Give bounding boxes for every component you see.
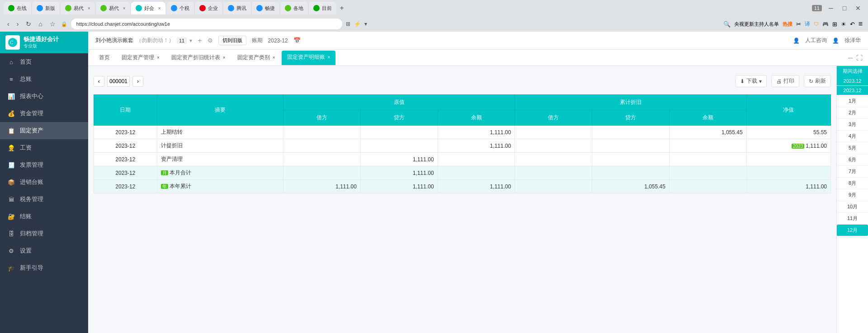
tab-minimize-icon[interactable]: ─ [848,54,853,61]
refresh-icon: ↻ [809,78,813,84]
tab-fixed-mgmt[interactable]: 固定资产管理 × [116,51,165,65]
period-month-6[interactable]: 6月 [837,154,868,166]
browser-tab-new[interactable]: 新版 [32,2,60,14]
sidebar-item-purchase[interactable]: 📦 进销台账 [0,174,88,191]
browser-tab-enterprise[interactable]: 企业 [195,2,222,14]
refresh-button[interactable]: ↻ [24,19,33,28]
address-input[interactable] [71,19,342,29]
period-month-10[interactable]: 10月 [837,201,868,213]
period-label: 账期 [252,37,263,44]
tab-fixed-detail[interactable]: 固定资产明细账 × [282,51,336,65]
tab-close-category[interactable]: × [273,55,275,60]
period-month-4[interactable]: 4月 [837,131,868,142]
period-month-9[interactable]: 9月 [837,189,868,201]
download-dropdown-icon[interactable]: ▾ [759,78,762,84]
tab-close-detail[interactable]: × [328,55,330,60]
tab-close-icon[interactable]: × [123,6,126,11]
tab-home[interactable]: 首页 [94,51,115,65]
sidebar-item-reports[interactable]: 📊 报表中心 [0,88,88,105]
tab-expand-icon[interactable]: ⛶ [856,54,863,61]
home-button[interactable]: ⌂ [37,19,44,28]
forward-button[interactable]: › [15,19,21,28]
sidebar-item-closing[interactable]: 🔐 结账 [0,208,88,225]
page-input[interactable] [107,76,130,87]
row-accum-credit [592,126,670,139]
data-table: 日期 摘要 原值 累计折旧 净值 借方 贷方 余额 借方 贷方 余额 [94,94,831,193]
period-month-12[interactable]: 12月 [837,225,868,236]
sidebar-item-settings[interactable]: ⚙ 设置 [0,242,88,259]
refresh-button[interactable]: ↻ 刷新 [804,75,831,87]
tab-label: 新版 [45,5,55,12]
nav-label-reports: 报表中心 [20,92,43,100]
sidebar-item-archive[interactable]: 🗄 归档管理 [0,225,88,242]
tax-icon: 🏛 [7,195,15,203]
add-account-button[interactable]: + [198,37,202,45]
sidebar: C 畅捷通好会计 专业版 ⌂ 首页 ≡ 总账 📊 报表中心 💰 资金管理 [0,32,88,333]
tab-close-icon[interactable]: × [158,6,161,11]
browser-tab-muqian[interactable]: 目前 [309,2,336,14]
settings-small-icon[interactable]: ⚙ [208,37,213,44]
close-button[interactable]: ✕ [852,2,864,14]
period-month-7[interactable]: 7月 [837,166,868,178]
tab-depreciation-stats[interactable]: 固定资产折旧统计表 × [166,51,231,65]
download-button[interactable]: ⬇ 下载 ▾ [735,75,767,87]
calendar-icon[interactable]: 📅 [293,37,301,44]
menu-icon[interactable]: ≡ [859,20,863,28]
maximize-button[interactable]: □ [838,2,851,14]
browser-tab-haokuai[interactable]: 好会 × [131,2,165,14]
period-date-start[interactable]: 2023.12 [837,76,868,86]
browser-tab-yidai2[interactable]: 易代 × [96,2,130,14]
switch-version-button[interactable]: 切到旧版 [218,36,246,45]
sidebar-item-invoice[interactable]: 🧾 发票管理 [0,156,88,174]
period-month-2[interactable]: 2月 [837,107,868,119]
next-page-button[interactable]: › [132,76,143,87]
logo-icon: C [5,35,20,50]
period-month-1[interactable]: 1月 [837,95,868,107]
browser-tab-online[interactable]: 在线 [4,2,31,14]
period-months: 1月 2月 3月 4月 5月 6月 7月 8月 9月 10月 11月 12月 [837,95,868,236]
user-label[interactable]: 徐泽华 [844,37,861,44]
browser-tab-tencent[interactable]: 腾讯 [223,2,251,14]
ledger-icon: ≡ [7,75,15,83]
sidebar-item-funds[interactable]: 💰 资金管理 [0,105,88,122]
minimize-button[interactable]: ─ [825,2,837,14]
account-selector[interactable]: 刘小艳演示账套 （勿删勿动！） 11 ▾ [95,37,192,44]
shield-icon: 🛡 [814,21,819,27]
tab-close-depreciation[interactable]: × [223,55,226,60]
period-month-11[interactable]: 11月 [837,213,868,225]
period-month-8[interactable]: 8月 [837,178,868,189]
sidebar-item-guide[interactable]: 🎓 新手引导 [0,259,88,277]
row-orig-credit: 1,111.00 [360,153,438,166]
tab-favicon [8,5,14,11]
period-month-5[interactable]: 5月 [837,142,868,154]
browser-tab-gedi[interactable]: 各地 [280,2,308,14]
browser-tab-changjie[interactable]: 畅捷 [252,2,279,14]
print-button[interactable]: 🖨 打印 [771,75,799,87]
sidebar-item-salary[interactable]: 👷 工资 [0,139,88,156]
tab-close-icon[interactable]: × [88,6,90,11]
account-dropdown-icon[interactable]: ▾ [189,38,192,44]
period-month-3[interactable]: 3月 [837,119,868,131]
new-tab-button[interactable]: + [337,4,347,12]
dropdown-button[interactable]: ▾ [364,21,367,27]
browser-tab-geshui[interactable]: 个税 [166,2,194,14]
sidebar-item-ledger[interactable]: ≡ 总账 [0,70,88,88]
tab-home-label: 首页 [99,54,110,61]
sidebar-item-tax[interactable]: 🏛 税务管理 [0,191,88,208]
app-container: C 畅捷通好会计 专业版 ⌂ 首页 ≡ 总账 📊 报表中心 💰 资金管理 [0,32,868,333]
back-button[interactable]: ‹ [5,19,11,28]
hot-search-label[interactable]: 热搜 [783,21,793,28]
sidebar-item-home[interactable]: ⌂ 首页 [0,53,88,70]
tab-fixed-category[interactable]: 固定资产类别 × [232,51,281,65]
prev-page-button[interactable]: ‹ [94,76,104,87]
row-summary: 上期结转 [157,126,283,139]
row-orig-credit [360,126,438,139]
bookmark-button[interactable]: ☆ [48,19,57,28]
content-area: ‹ › ⬇ 下载 ▾ 🖨 打印 [88,66,868,333]
service-label[interactable]: 人工咨询 [805,37,827,44]
period-date-end[interactable]: 2023.12 [837,86,868,95]
row-date: 2023-12 [94,166,157,180]
tab-close-fixed-mgmt[interactable]: × [157,55,160,60]
sidebar-item-fixed-assets[interactable]: 📋 固定资产 [0,122,88,139]
browser-tab-yidai1[interactable]: 易代 × [61,2,95,14]
